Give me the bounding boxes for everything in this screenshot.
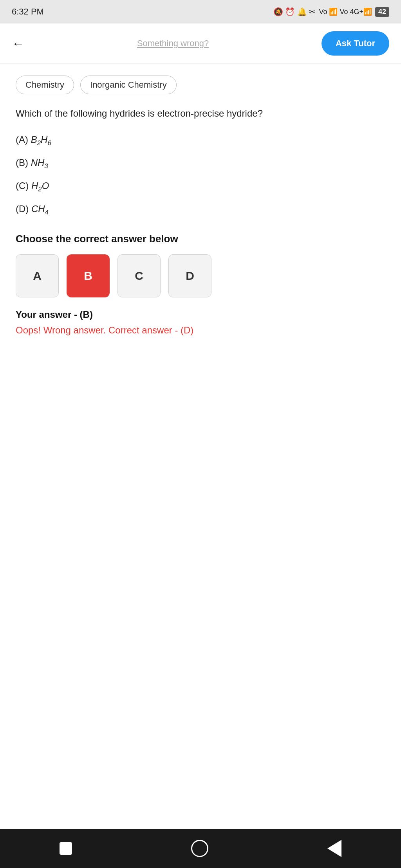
status-time: 6:32 PM bbox=[12, 7, 44, 17]
options-list: (A) B2H6 (B) NH3 (C) H2O (D) CH4 bbox=[16, 133, 385, 217]
option-b[interactable]: (B) NH3 bbox=[16, 156, 385, 171]
main-content: Chemistry Inorganic Chemistry Which of t… bbox=[0, 64, 401, 829]
tag-inorganic-chemistry: Inorganic Chemistry bbox=[80, 76, 177, 94]
lte-icon: Vo 📶 Vo 4G+📶 bbox=[319, 7, 372, 16]
nav-circle-button[interactable] bbox=[191, 840, 208, 857]
battery-indicator: 42 bbox=[375, 7, 389, 17]
nav-back-button[interactable] bbox=[327, 840, 341, 857]
back-button[interactable]: ← bbox=[12, 37, 24, 50]
bottom-nav bbox=[0, 829, 401, 868]
status-bar: 6:32 PM 🔕 ⏰ 🔔 ✂ Vo 📶 Vo 4G+📶 42 bbox=[0, 0, 401, 23]
choose-title: Choose the correct answer below bbox=[16, 233, 385, 245]
answer-buttons: A B C D bbox=[16, 254, 385, 297]
status-icons: 🔕 ⏰ 🔔 ✂ Vo 📶 Vo 4G+📶 42 bbox=[273, 7, 389, 17]
your-answer-text: Your answer - (B) bbox=[16, 309, 385, 320]
question-text: Which of the following hydrides is elect… bbox=[16, 106, 385, 121]
ask-tutor-button[interactable]: Ask Tutor bbox=[322, 31, 389, 56]
feedback-text: Oops! Wrong answer. Correct answer - (D) bbox=[16, 325, 385, 336]
tags-row: Chemistry Inorganic Chemistry bbox=[16, 76, 385, 94]
option-d[interactable]: (D) CH4 bbox=[16, 202, 385, 217]
answer-btn-c[interactable]: C bbox=[117, 254, 161, 297]
choose-section: Choose the correct answer below A B C D bbox=[16, 233, 385, 297]
answer-btn-d[interactable]: D bbox=[168, 254, 211, 297]
something-wrong-button[interactable]: Something wrong? bbox=[137, 38, 209, 49]
tag-chemistry: Chemistry bbox=[16, 76, 74, 94]
option-a[interactable]: (A) B2H6 bbox=[16, 133, 385, 148]
top-nav: ← Something wrong? Ask Tutor bbox=[0, 23, 401, 64]
option-c[interactable]: (C) H2O bbox=[16, 179, 385, 194]
answer-btn-a[interactable]: A bbox=[16, 254, 59, 297]
nav-square-button[interactable] bbox=[60, 842, 72, 855]
network-icons: 🔕 ⏰ 🔔 ✂ bbox=[273, 7, 316, 16]
answer-btn-b[interactable]: B bbox=[67, 254, 110, 297]
result-section: Your answer - (B) Oops! Wrong answer. Co… bbox=[16, 309, 385, 336]
